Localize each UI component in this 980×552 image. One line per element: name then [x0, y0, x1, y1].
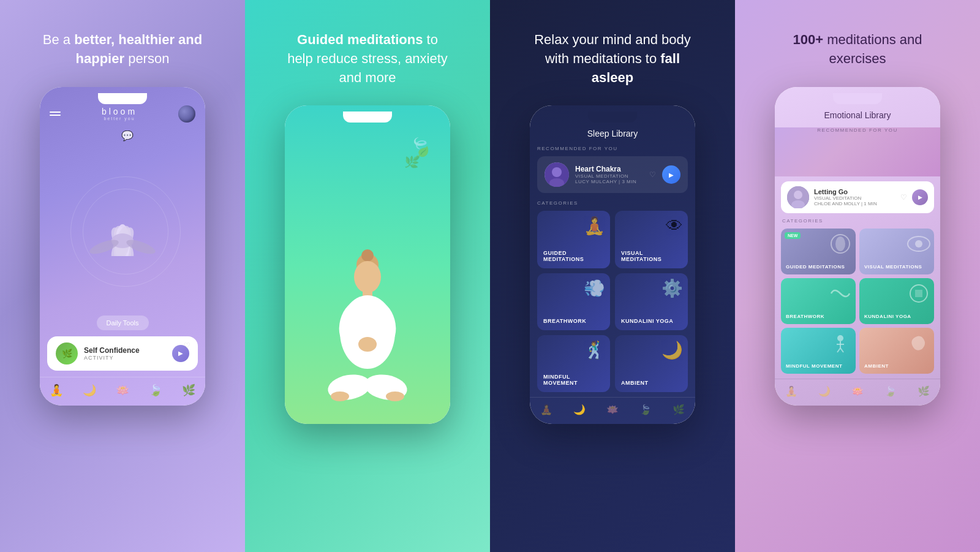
breathwork-icon: 💨: [584, 278, 605, 298]
rec-type: VISUAL MEDITATION: [575, 173, 643, 179]
cat4-guided-icon: [828, 232, 853, 256]
hamburger-icon: [50, 112, 61, 116]
cat4-mindful-label: MINDFUL MOVEMENT: [786, 363, 851, 369]
panel-1: Be a better, healthier andhappier person…: [0, 0, 245, 552]
categories-label: CATEGORIES: [530, 200, 695, 206]
svg-line-34: [837, 348, 840, 352]
nav4-tree[interactable]: 🌿: [918, 385, 930, 397]
rec-play-button[interactable]: ▶: [662, 165, 680, 184]
lotus-ring-2: [83, 189, 168, 274]
nav-person-icon[interactable]: 🧘: [50, 384, 63, 397]
svg-point-29: [915, 240, 922, 248]
phone-notch-1: [98, 93, 147, 104]
emotional-library-title: Emotional Library: [775, 105, 940, 120]
cat4-ambient[interactable]: AMBIENT: [859, 328, 934, 374]
category-visual-med[interactable]: 👁 VISUAL MEDITATIONS: [615, 211, 688, 268]
category-ambient[interactable]: 🌙 AMBIENT: [615, 335, 688, 392]
category-mindful[interactable]: 🕺 MINDFUL MOVEMENT: [537, 335, 610, 392]
lotus-container: [40, 142, 205, 316]
new-badge: NEW: [785, 232, 801, 239]
breathwork-label: BREATHWORK: [543, 318, 604, 324]
svg-point-9: [361, 249, 374, 262]
nav3-lotus[interactable]: 🪷: [606, 404, 619, 415]
rec-heart-icon: ♡: [649, 170, 656, 179]
phone-frame-1: bloom better you 💬: [40, 87, 205, 406]
cat4-kundalini[interactable]: KUNDALINI YOGA: [859, 278, 934, 324]
cat4-breathwork-icon: [828, 281, 853, 306]
phone-frame-2: 🍃 🌿: [285, 105, 450, 424]
ambient-label: AMBIENT: [621, 380, 682, 386]
screenshots-container: Be a better, healthier andhappier person…: [0, 0, 980, 552]
screen-4: Emotional Library RECOMMENDED FOR YOU Le…: [775, 87, 940, 406]
nav-tree-icon[interactable]: 🌿: [182, 384, 195, 397]
nav-lotus-icon[interactable]: 🪷: [116, 384, 129, 397]
svg-point-31: [837, 335, 843, 341]
guided-med-icon: 🧘: [584, 216, 605, 236]
screen-3: Sleep Library RECOMMENDED FOR YOU Heart …: [530, 105, 695, 424]
kundalini-icon: ⚙️: [662, 278, 683, 298]
panel-2-headline: Guided meditations tohelp reduce stress,…: [287, 31, 448, 87]
category-breathwork[interactable]: 💨 BREATHWORK: [537, 273, 610, 330]
leaf-decoration-2: 🌿: [403, 153, 421, 170]
panel-3-headline: Relax your mind and bodywith meditations…: [534, 31, 691, 87]
kundalini-label: KUNDALINI YOGA: [621, 318, 682, 324]
panel-1-headline: Be a better, healthier andhappier person: [43, 31, 202, 69]
rec-heart-4: ♡: [900, 193, 907, 202]
nav4-leaf[interactable]: 🍃: [884, 385, 897, 397]
card-info: Self Confidence ACTIVITY: [84, 346, 140, 361]
rec-info: Heart Chakra VISUAL MEDITATION LUCY MULC…: [575, 165, 643, 184]
panel-2: Guided meditations tohelp reduce stress,…: [245, 0, 490, 552]
card-title: Self Confidence: [84, 346, 140, 355]
nav-leaf-icon[interactable]: 🍃: [149, 384, 162, 397]
categories-grid: 🧘 GUIDED MEDITATIONS 👁 VISUAL MEDITATION…: [530, 211, 695, 392]
cat4-kundalini-icon: [907, 281, 931, 306]
cat4-kundalini-label: KUNDALINI YOGA: [864, 314, 929, 319]
cat4-mindful[interactable]: MINDFUL MOVEMENT: [781, 328, 856, 374]
nav3-person[interactable]: 🧘: [540, 404, 552, 415]
mindful-label: MINDFUL MOVEMENT: [543, 374, 604, 386]
phone-notch-2: [343, 112, 392, 123]
cat4-ambient-label: AMBIENT: [864, 363, 929, 369]
nav-moon-icon[interactable]: 🌙: [83, 384, 96, 397]
categories-label-4: CATEGORIES: [775, 218, 940, 224]
nav4-lotus[interactable]: 🪷: [851, 385, 864, 397]
phone-frame-3: Sleep Library RECOMMENDED FOR YOU Heart …: [530, 105, 695, 424]
recommended-label-4: RECOMMENDED FOR YOU: [775, 127, 940, 176]
person-svg: [306, 234, 429, 424]
cat4-ambient-icon: [907, 331, 931, 355]
nav4-moon[interactable]: 🌙: [818, 385, 831, 397]
daily-tools-button[interactable]: Daily Tools: [97, 316, 149, 330]
recommended-card: Heart Chakra VISUAL MEDITATION LUCY MULC…: [537, 156, 688, 193]
bloom-logo: bloom better you: [102, 107, 137, 121]
svg-line-35: [840, 348, 843, 352]
phone-frame-4: Emotional Library RECOMMENDED FOR YOU Le…: [775, 87, 940, 406]
rec-author: LUCY MULCAHY | 3 MIN: [575, 179, 643, 184]
cat4-guided-med[interactable]: NEW GUIDED MEDITATIONS: [781, 229, 856, 274]
card-heart-icon: ♡: [184, 341, 190, 350]
bloom-subtitle: better you: [104, 116, 135, 121]
recommended-label: RECOMMENDED FOR YOU: [530, 146, 695, 151]
nav3-tree[interactable]: 🌿: [673, 404, 685, 415]
category-guided-med[interactable]: 🧘 GUIDED MEDITATIONS: [537, 211, 610, 268]
nav3-leaf[interactable]: 🍃: [639, 404, 652, 415]
rec-avatar-4: [787, 186, 809, 208]
categories-grid-4: NEW GUIDED MEDITATIONS VISUAL MEDITATION…: [775, 229, 940, 374]
cat4-visual-label: VISUAL MEDITATIONS: [864, 264, 929, 270]
rec-title: Heart Chakra: [575, 165, 643, 173]
hamburger-line-2: [50, 115, 61, 116]
screen-1: bloom better you 💬: [40, 87, 205, 406]
cat4-visual-med[interactable]: VISUAL MEDITATIONS: [859, 229, 934, 274]
category-kundalini[interactable]: ⚙️ KUNDALINI YOGA: [615, 273, 688, 330]
screen-4-nav: 🧘 🌙 🪷 🍃 🌿: [775, 379, 940, 406]
cat4-breathwork[interactable]: BREATHWORK: [781, 278, 856, 324]
avatar4-svg: [787, 186, 809, 208]
nav3-moon[interactable]: 🌙: [573, 404, 586, 415]
svg-point-19: [386, 391, 404, 401]
panel-4-headline: 100+ meditations andexercises: [793, 31, 922, 69]
nav4-person[interactable]: 🧘: [785, 385, 797, 397]
rec-info-4: Letting Go VISUAL VEDITATION CHLOE AND M…: [814, 188, 895, 206]
screen-3-nav: 🧘 🌙 🪷 🍃 🌿: [530, 397, 695, 424]
rec-type-4: VISUAL VEDITATION: [814, 195, 895, 201]
rec-play-button-4[interactable]: ▶: [912, 189, 928, 205]
hamburger-line-1: [50, 112, 61, 113]
